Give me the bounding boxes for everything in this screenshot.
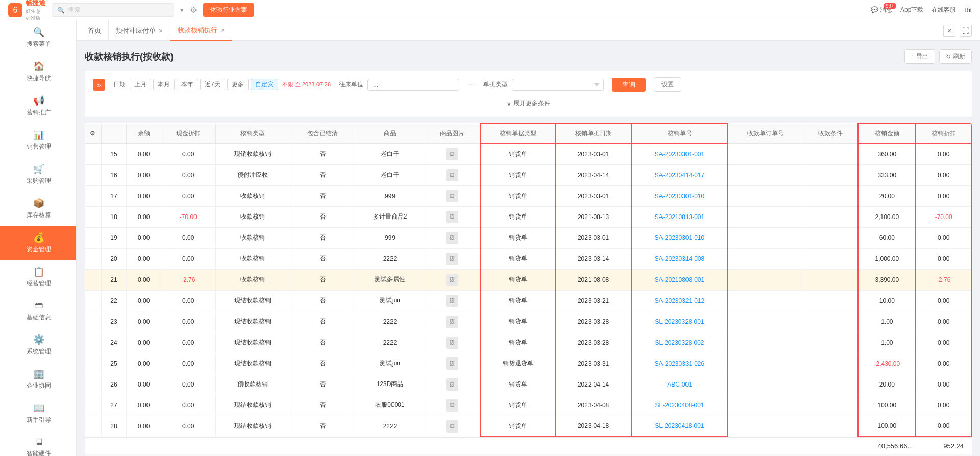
setting-btn[interactable]: 设置 — [654, 77, 681, 92]
tab-prepay-close[interactable]: × — [159, 27, 163, 35]
sidebar-item-nav[interactable]: 🏠 快捷导航 — [0, 55, 76, 89]
cell-writeoff-bill-type: 销货单 — [480, 143, 556, 164]
product-img-cell: 🖼 — [425, 143, 480, 164]
online-service-btn[interactable]: 在线客服 — [932, 6, 956, 14]
cell-num: 19 — [101, 227, 127, 248]
cell-include-settled: 否 — [290, 143, 355, 164]
sidebar-label-search: 搜索菜单 — [27, 40, 51, 49]
cell-settings — [85, 143, 101, 164]
industry-btn[interactable]: 体验行业方案 — [203, 3, 254, 17]
date-btn-this-year[interactable]: 本年 — [177, 79, 198, 90]
date-btn-more[interactable]: 更多 — [227, 79, 249, 90]
partner-label: 往来单位 — [339, 80, 363, 89]
cell-product: 2222 — [355, 332, 425, 353]
table-row: 22 0.00 0.00 现结收款核销 否 测试jun 🖼 销货单 2023-0… — [85, 290, 971, 311]
sidebar-item-marketing[interactable]: 📢 营销推广 — [0, 89, 76, 123]
cell-writeoff-amount: 20.00 — [858, 185, 916, 206]
receipt-type-select[interactable] — [512, 79, 604, 91]
product-img-cell: 🖼 — [425, 248, 480, 269]
date-btn-custom[interactable]: 自定义 — [251, 79, 278, 90]
cell-include-settled: 否 — [290, 269, 355, 290]
date-btn-last-month[interactable]: 上月 — [130, 79, 151, 90]
tab-close-btn[interactable]: × — [943, 25, 955, 37]
corp-icon: 🏢 — [33, 368, 44, 379]
sidebar-item-business[interactable]: 📋 经营管理 — [0, 260, 76, 294]
tab-prepay[interactable]: 预付冲应付单 × — [109, 20, 170, 41]
page-content: 收款核销执行(按收款) ↑ 导出 ↻ 刷新 » 日期 — [77, 41, 980, 456]
date-btn-this-month[interactable]: 本月 — [153, 79, 175, 90]
tab-collection[interactable]: 收款核销执行 × — [170, 20, 232, 41]
dropdown-icon[interactable]: ▾ — [180, 6, 184, 14]
date-btn-7days[interactable]: 近7天 — [200, 79, 225, 90]
logo: 6 畅捷通 好生意 标准版 — [8, 0, 45, 22]
cell-num: 25 — [101, 353, 127, 374]
tab-home[interactable]: 首页 — [81, 20, 109, 41]
cell-receipt-condition — [803, 332, 859, 353]
cell-cash-discount: 0.00 — [161, 374, 215, 395]
sidebar-item-inventory[interactable]: 📦 库存核算 — [0, 191, 76, 226]
gear-icon[interactable]: ⚙ — [190, 5, 197, 15]
query-btn[interactable]: 查询 — [612, 78, 646, 92]
cell-writeoff-type: 收款核销 — [215, 206, 290, 227]
cell-product: 123D商品 — [355, 374, 425, 395]
export-btn[interactable]: ↑ 导出 — [904, 49, 935, 64]
refresh-btn[interactable]: ↻ 刷新 — [939, 49, 972, 64]
sidebar-item-hardware[interactable]: 🖥 智能硬件 — [0, 430, 76, 456]
table-row: 19 0.00 0.00 收款核销 否 999 🖼 销货单 2023-03-01… — [85, 227, 971, 248]
cell-writeoff-bill-type: 销货单 — [480, 227, 556, 248]
cell-product: 测试jun — [355, 290, 425, 311]
cell-cash-discount: 0.00 — [161, 353, 215, 374]
filter-toggle[interactable]: » — [93, 79, 105, 91]
cell-receipt-order-no — [728, 206, 803, 227]
cell-receipt-condition — [803, 164, 859, 185]
h-scrollbar[interactable] — [85, 454, 972, 456]
cell-writeoff-bill-no: SA-20230331-026 — [631, 353, 728, 374]
cell-writeoff-type: 现结收款核销 — [215, 353, 290, 374]
sidebar-item-purchase[interactable]: 🛒 采购管理 — [0, 157, 76, 191]
cell-writeoff-bill-no: SL-20230328-002 — [631, 332, 728, 353]
sidebar-item-corp[interactable]: 🏢 企业协同 — [0, 362, 76, 396]
cell-balance: 0.00 — [127, 353, 161, 374]
cell-writeoff-type: 现结收款核销 — [215, 332, 290, 353]
cell-receipt-order-no — [728, 227, 803, 248]
cell-writeoff-bill-type: 销货单 — [480, 248, 556, 269]
cell-product: 999 — [355, 185, 425, 206]
cell-writeoff-bill-date: 2022-04-14 — [556, 374, 631, 395]
cell-writeoff-bill-no: SL-20230408-001 — [631, 395, 728, 416]
inventory-icon: 📦 — [33, 198, 44, 209]
sidebar-item-guide[interactable]: 📖 新手引导 — [0, 396, 76, 430]
table-header-row: ⚙ 余额 现金折扣 核销类型 包含已结清 商品 商品图片 核销单据类型 核销单据… — [85, 124, 971, 143]
cell-writeoff-discount: 0.00 — [916, 353, 971, 374]
sidebar-label-hardware: 智能硬件 — [27, 449, 51, 456]
cell-writeoff-discount: -70.00 — [916, 206, 971, 227]
cell-writeoff-amount: 60.00 — [858, 227, 916, 248]
app-download-btn[interactable]: App下载 — [900, 6, 923, 14]
cell-product: 多计量商品2 — [355, 206, 425, 227]
col-writeoff-discount: 核销折扣 — [916, 124, 971, 143]
top-actions: 💬 消息 99+ App下载 在线客服 Rit — [871, 6, 972, 14]
cell-writeoff-bill-type: 销货单 — [480, 374, 556, 395]
cell-balance: 0.00 — [127, 227, 161, 248]
message-btn[interactable]: 💬 消息 99+ — [871, 6, 892, 14]
tab-home-label: 首页 — [88, 26, 101, 35]
partner-input[interactable] — [368, 79, 459, 91]
expand-more-btn[interactable]: ∨ 展开更多条件 — [507, 96, 550, 111]
tab-collection-label: 收款核销执行 — [178, 26, 217, 35]
filter-date: 日期 上月 本月 本年 近7天 更多 自定义 不限 至 2023-07-26 — [113, 79, 331, 90]
sidebar-item-system[interactable]: ⚙️ 系统管理 — [0, 328, 76, 362]
sidebar-item-finance[interactable]: 💰 资金管理 — [0, 226, 76, 260]
tab-expand-btn[interactable]: ⛶ — [960, 25, 972, 37]
col-num — [101, 124, 127, 143]
col-settings[interactable]: ⚙ — [85, 124, 101, 143]
cell-writeoff-type: 现结收款核销 — [215, 311, 290, 332]
tab-collection-close[interactable]: × — [220, 26, 225, 34]
product-img-cell: 🖼 — [425, 206, 480, 227]
cell-receipt-condition — [803, 353, 859, 374]
filter-partner: 往来单位 — [339, 79, 459, 91]
user-info[interactable]: Rit — [964, 7, 972, 14]
table-row: 28 0.00 0.00 现结收款核销 否 2222 🖼 销货单 2023-04… — [85, 416, 971, 437]
sidebar-item-basicinfo[interactable]: 🗃 基础信息 — [0, 294, 76, 328]
sidebar-item-sales[interactable]: 📊 销售管理 — [0, 123, 76, 157]
sidebar-label-system: 系统管理 — [27, 347, 51, 356]
sidebar-item-search[interactable]: 🔍 搜索菜单 — [0, 20, 76, 55]
